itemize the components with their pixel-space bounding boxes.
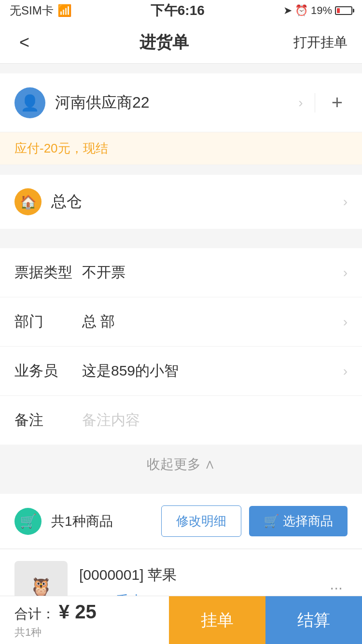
status-right: ➤ ⏰ 19% [283,4,352,17]
battery-icon [335,6,352,15]
hang-button[interactable]: 挂单 [169,596,265,644]
status-time: 下午6:16 [151,1,205,20]
supplier-notice: 应付-20元，现结 [0,132,362,165]
alarm-icon: ⏰ [295,4,308,17]
total-row: 合计： ¥ 25 [14,601,154,623]
supplier-name: 河南供应商22 [55,92,298,113]
supplier-section: 👤 河南供应商22 › + 应付-20元，现结 [0,73,362,165]
product-title: 苹果 [148,567,177,583]
staff-value: 这是859的小智 [82,361,343,381]
product-code: [0000001] [79,567,143,583]
chevron-right-icon-dept: › [343,314,348,330]
status-left: 无SIM卡 📶 [10,3,72,18]
page-title: 进货单 [139,31,189,54]
total-count: 共1种 [14,625,154,640]
vertical-divider [315,93,315,112]
wifi-icon: 📶 [57,4,72,17]
remark-input[interactable]: 备注内容 [82,410,348,430]
separator-1 [0,64,362,73]
chevron-right-icon-warehouse: › [343,194,348,210]
separator-4 [0,484,362,494]
warehouse-row[interactable]: 🏠 总仓 › [0,175,362,229]
select-product-icon: 🛒 [264,514,279,529]
product-name: [0000001] 苹果 [79,565,325,585]
select-product-button[interactable]: 🛒 选择商品 [249,506,348,536]
chevron-right-icon: › [298,95,303,111]
invoice-value: 不开票 [82,263,343,282]
warehouse-icon-wrap: 🏠 [14,188,42,215]
products-count: 共1种商品 [51,512,161,531]
separator-3 [0,229,362,238]
products-header: 🛒 共1种商品 修改明细 🛒 选择商品 [0,494,362,549]
add-supplier-button[interactable]: + [327,87,348,118]
separator-2 [0,165,362,175]
total-area: 合计： ¥ 25 共1种 [0,601,169,640]
dept-label: 部门 [14,312,72,332]
checkout-button[interactable]: 结算 [265,596,362,644]
supplier-avatar: 👤 [14,87,45,118]
bottom-bar: 合计： ¥ 25 共1种 挂单 结算 [0,596,362,644]
dept-row[interactable]: 部门 总 部 › [0,297,362,347]
battery-percent: 19% [311,4,332,17]
warehouse-icon: 🏠 [20,194,37,210]
form-section: 票据类型 不开票 › 部门 总 部 › 业务员 这是859的小智 › 备注 备注… [0,248,362,445]
warehouse-section: 🏠 总仓 › [0,175,362,229]
total-label: 合计： [14,606,55,621]
user-icon: 👤 [20,94,40,112]
collapse-button[interactable]: 收起更多 ∧ [0,445,362,484]
chevron-right-icon-staff: › [343,364,348,379]
total-amount: ¥ 25 [59,601,97,622]
remark-row[interactable]: 备注 备注内容 [0,396,362,445]
status-bar: 无SIM卡 📶 下午6:16 ➤ ⏰ 19% [0,0,362,21]
select-product-label: 选择商品 [283,513,333,530]
open-hang-button[interactable]: 打开挂单 [293,33,348,52]
staff-row[interactable]: 业务员 这是859的小智 › [0,347,362,396]
products-icon-wrap: 🛒 [14,508,42,535]
invoice-type-row[interactable]: 票据类型 不开票 › [0,248,362,297]
carrier-text: 无SIM卡 [10,3,54,18]
staff-label: 业务员 [14,361,72,381]
back-button[interactable]: < [14,28,34,57]
dept-value: 总 部 [82,312,343,332]
location-icon: ➤ [283,4,292,17]
remark-label: 备注 [14,410,72,430]
warehouse-name: 总仓 [51,191,343,212]
chevron-right-icon-invoice: › [343,265,348,280]
cart-icon: 🛒 [20,513,37,529]
nav-bar: < 进货单 打开挂单 [0,21,362,64]
edit-detail-button[interactable]: 修改明细 [161,505,241,537]
invoice-label: 票据类型 [14,263,72,282]
supplier-row[interactable]: 👤 河南供应商22 › + [0,73,362,132]
